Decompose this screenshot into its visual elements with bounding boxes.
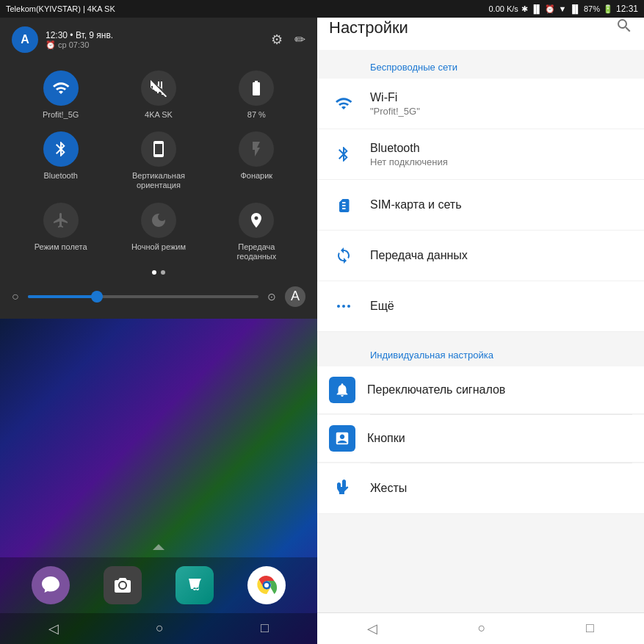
- settings-recent-btn[interactable]: □: [586, 621, 594, 637]
- tile-airplane[interactable]: Режим полета: [28, 203, 94, 261]
- auto-brightness-icon[interactable]: A: [285, 286, 305, 307]
- settings-item-gestures[interactable]: Жесты: [317, 463, 644, 514]
- notif-header: A 12:30 • Вт, 9 янв. ⏰ ср 07:30 ⚙ ✏: [0, 18, 317, 59]
- orientation-tile-icon: [141, 131, 176, 167]
- settings-content: Беспроводные сети Wi-Fi "Profit!_5G" Blu…: [317, 50, 644, 612]
- settings-item-sim[interactable]: SIM-карта и сеть: [317, 180, 644, 231]
- settings-icon-btn[interactable]: ⚙: [271, 32, 283, 48]
- home-btn[interactable]: ○: [156, 621, 164, 637]
- settings-item-signals[interactable]: Переключатель сигналов: [317, 366, 644, 414]
- airplane-tile-icon: [43, 203, 79, 238]
- slider-thumb: [91, 291, 103, 303]
- search-icon[interactable]: [616, 18, 632, 38]
- signals-text: Переключатель сигналов: [367, 383, 632, 397]
- settings-item-bluetooth[interactable]: Bluetooth Нет подключения: [317, 129, 644, 180]
- data-label: Передача данных: [370, 249, 632, 262]
- wifi-label: Wi-Fi: [370, 91, 632, 104]
- tile-battery[interactable]: 87 %: [223, 70, 289, 120]
- tiles-row-2: Bluetooth Вертикальная ориентация Фо: [0, 126, 317, 196]
- back-btn[interactable]: ◁: [48, 621, 59, 637]
- recent-btn[interactable]: □: [261, 621, 269, 637]
- more-text: Ещё: [370, 300, 632, 313]
- wifi-status-icon: ▼: [558, 4, 566, 13]
- tile-bluetooth[interactable]: Bluetooth: [28, 131, 94, 190]
- airplane-tile-label: Режим полета: [35, 242, 87, 252]
- tile-flashlight[interactable]: Фонарик: [223, 131, 289, 190]
- tile-signal[interactable]: 4KA SK: [126, 70, 192, 120]
- dock-viber-icon[interactable]: [32, 566, 70, 604]
- dock-market-icon[interactable]: [176, 566, 214, 604]
- settings-title: Настройки: [329, 18, 408, 37]
- gestures-label: Жесты: [370, 482, 632, 495]
- wifi-tile-label: Profit!_5G: [43, 110, 79, 120]
- dots-indicator: [0, 267, 317, 281]
- edit-icon-btn[interactable]: ✏: [294, 32, 305, 48]
- location-tile-label: Передача геоданных: [223, 242, 289, 261]
- signals-label: Переключатель сигналов: [367, 383, 632, 397]
- dock-chrome-icon[interactable]: [247, 566, 286, 604]
- settings-home-btn[interactable]: ○: [478, 621, 486, 637]
- nav-bar-left: ◁ ○ □: [0, 613, 317, 644]
- bluetooth-tile-icon: [43, 131, 79, 167]
- tile-orientation[interactable]: Вертикальная ориентация: [126, 131, 192, 190]
- battery-icon: 🔋: [603, 4, 613, 14]
- left-panel: A 12:30 • Вт, 9 янв. ⏰ ср 07:30 ⚙ ✏: [0, 0, 317, 644]
- sim-text: SIM-карта и сеть: [370, 198, 632, 211]
- gesture-handle: [0, 537, 317, 557]
- avatar: A: [12, 26, 38, 53]
- wifi-tile-icon: [43, 70, 79, 106]
- battery-tile-label: 87 %: [247, 110, 266, 120]
- notif-time: 12:30 • Вт, 9 янв.: [46, 30, 113, 40]
- signal-tile-icon: [141, 70, 176, 106]
- more-label: Ещё: [370, 300, 632, 313]
- bluetooth-sublabel: Нет подключения: [370, 156, 632, 167]
- settings-item-more[interactable]: Ещё: [317, 281, 644, 332]
- settings-item-data[interactable]: Передача данных: [317, 231, 644, 281]
- gestures-text: Жесты: [370, 482, 632, 495]
- bluetooth-tile-label: Bluetooth: [43, 171, 77, 181]
- buttons-label: Кнопки: [367, 432, 632, 445]
- section-title-personal: Индивидуальная настройка: [317, 338, 644, 366]
- battery-text: 87%: [584, 4, 600, 13]
- notif-info: 12:30 • Вт, 9 янв. ⏰ ср 07:30: [46, 30, 113, 50]
- settings-item-wifi[interactable]: Wi-Fi "Profit!_5G": [317, 79, 644, 129]
- notif-user: A 12:30 • Вт, 9 янв. ⏰ ср 07:30: [12, 26, 113, 53]
- orientation-tile-label: Вертикальная ориентация: [126, 171, 192, 190]
- svg-point-3: [337, 305, 340, 308]
- time-text: 12:31: [616, 4, 638, 14]
- tile-nightmode[interactable]: Ночной режим: [126, 203, 192, 261]
- buttons-icon: [329, 425, 355, 452]
- brightness-slider[interactable]: [28, 295, 258, 298]
- bluetooth-label: Bluetooth: [370, 142, 632, 155]
- brightness-indicator: ⊙: [267, 291, 276, 303]
- tile-wifi[interactable]: Profit!_5G: [28, 70, 94, 120]
- slider-fill: [28, 295, 97, 298]
- tiles-row-1: Profit!_5G 4KA SK 87 %: [0, 65, 317, 126]
- quick-tiles: Profit!_5G 4KA SK 87 %: [0, 59, 317, 319]
- wifi-icon: [329, 89, 358, 118]
- signals-icon: [329, 377, 355, 403]
- notif-alarm: ⏰ ср 07:30: [46, 40, 113, 50]
- signal-icon: ▐▌: [531, 4, 543, 13]
- svg-point-0: [120, 582, 126, 588]
- dot-2: [161, 270, 165, 275]
- wallpaper-area: ◁ ○ □: [0, 319, 317, 644]
- sim-icon: [329, 190, 358, 220]
- flashlight-tile-label: Фонарик: [240, 171, 272, 181]
- battery-tile-icon: [239, 70, 274, 106]
- wifi-sublabel: "Profit!_5G": [370, 106, 632, 117]
- settings-back-btn[interactable]: ◁: [367, 621, 377, 637]
- section-divider: [317, 332, 644, 338]
- settings-item-buttons[interactable]: Кнопки: [317, 415, 644, 463]
- status-bar-left: Telekom(KYIVSTAR) | 4KA SK: [6, 4, 115, 13]
- buttons-text: Кнопки: [367, 432, 632, 445]
- dock-camera-icon[interactable]: [104, 566, 142, 604]
- dock: [0, 557, 317, 613]
- alarm-icon: ⏰: [545, 4, 555, 14]
- section-title-wireless: Беспроводные сети: [317, 50, 644, 79]
- bluetooth-text: Bluetooth Нет подключения: [370, 142, 632, 167]
- tiles-row-3: Режим полета Ночной режим Передача г: [0, 197, 317, 267]
- data-text: Передача данных: [370, 249, 632, 262]
- tile-location[interactable]: Передача геоданных: [223, 203, 289, 261]
- bluetooth-status-icon: ✱: [521, 4, 528, 14]
